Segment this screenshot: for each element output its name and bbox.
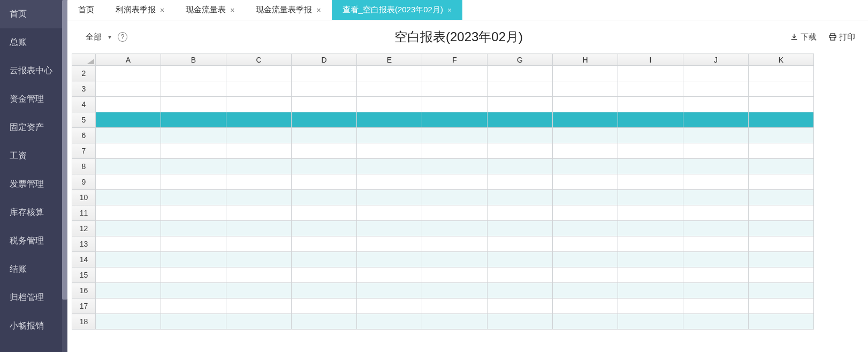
cell-I6[interactable] — [618, 128, 683, 143]
tab-1[interactable]: 利润表季报× — [105, 0, 175, 20]
cell-K9[interactable] — [749, 174, 814, 190]
cell-C6[interactable] — [226, 128, 292, 143]
cell-I8[interactable] — [618, 159, 683, 174]
cell-D16[interactable] — [292, 283, 357, 299]
cell-B6[interactable] — [161, 128, 226, 143]
tab-2[interactable]: 现金流量表× — [175, 0, 245, 20]
row-header-7[interactable]: 7 — [72, 143, 96, 159]
cell-C3[interactable] — [226, 81, 292, 97]
cell-J16[interactable] — [683, 283, 749, 299]
cell-I17[interactable] — [618, 299, 683, 314]
cell-E4[interactable] — [357, 97, 422, 112]
column-header-J[interactable]: J — [683, 54, 749, 66]
cell-H18[interactable] — [553, 314, 618, 330]
cell-G11[interactable] — [488, 205, 553, 221]
tab-4[interactable]: 查看_空白报表(2023年02月)× — [332, 0, 463, 20]
cell-F18[interactable] — [422, 314, 488, 330]
cell-F7[interactable] — [422, 143, 488, 159]
cell-H2[interactable] — [553, 66, 618, 81]
cell-A18[interactable] — [96, 314, 161, 330]
cell-B3[interactable] — [161, 81, 226, 97]
cell-F13[interactable] — [422, 236, 488, 252]
sidebar-item-8[interactable]: 税务管理 — [0, 227, 67, 255]
cell-A8[interactable] — [96, 159, 161, 174]
sidebar-item-4[interactable]: 固定资产 — [0, 113, 67, 142]
spreadsheet[interactable]: ABCDEFGHIJK23456789101112131415161718 — [67, 53, 868, 352]
cell-J10[interactable] — [683, 190, 749, 205]
cell-H4[interactable] — [553, 97, 618, 112]
cell-D2[interactable] — [292, 66, 357, 81]
cell-I12[interactable] — [618, 221, 683, 236]
column-header-C[interactable]: C — [226, 54, 292, 66]
cell-F4[interactable] — [422, 97, 488, 112]
cell-E10[interactable] — [357, 190, 422, 205]
cell-K18[interactable] — [749, 314, 814, 330]
cell-B12[interactable] — [161, 221, 226, 236]
cell-I2[interactable] — [618, 66, 683, 81]
row-header-5[interactable]: 5 — [72, 112, 96, 128]
cell-D4[interactable] — [292, 97, 357, 112]
cell-K3[interactable] — [749, 81, 814, 97]
cell-B17[interactable] — [161, 299, 226, 314]
cell-A7[interactable] — [96, 143, 161, 159]
cell-H12[interactable] — [553, 221, 618, 236]
cell-I14[interactable] — [618, 252, 683, 267]
column-header-E[interactable]: E — [357, 54, 422, 66]
cell-A12[interactable] — [96, 221, 161, 236]
cell-D7[interactable] — [292, 143, 357, 159]
cell-H16[interactable] — [553, 283, 618, 299]
sheet-corner[interactable] — [72, 54, 96, 66]
cell-H15[interactable] — [553, 267, 618, 283]
cell-G4[interactable] — [488, 97, 553, 112]
row-header-2[interactable]: 2 — [72, 66, 96, 81]
cell-E5[interactable] — [357, 112, 422, 128]
cell-D5[interactable] — [292, 112, 357, 128]
sidebar-scrollbar-track[interactable] — [62, 0, 67, 352]
tab-3[interactable]: 现金流量表季报× — [245, 0, 331, 20]
cell-F16[interactable] — [422, 283, 488, 299]
cell-J8[interactable] — [683, 159, 749, 174]
column-header-G[interactable]: G — [488, 54, 553, 66]
cell-C4[interactable] — [226, 97, 292, 112]
cell-C9[interactable] — [226, 174, 292, 190]
cell-G7[interactable] — [488, 143, 553, 159]
cell-I7[interactable] — [618, 143, 683, 159]
cell-J14[interactable] — [683, 252, 749, 267]
column-header-A[interactable]: A — [96, 54, 161, 66]
row-header-13[interactable]: 13 — [72, 236, 96, 252]
cell-F15[interactable] — [422, 267, 488, 283]
cell-F17[interactable] — [422, 299, 488, 314]
cell-J15[interactable] — [683, 267, 749, 283]
cell-K10[interactable] — [749, 190, 814, 205]
sidebar-item-10[interactable]: 归档管理 — [0, 284, 67, 312]
cell-A2[interactable] — [96, 66, 161, 81]
cell-K14[interactable] — [749, 252, 814, 267]
cell-I4[interactable] — [618, 97, 683, 112]
column-header-F[interactable]: F — [422, 54, 488, 66]
cell-A17[interactable] — [96, 299, 161, 314]
help-icon[interactable]: ? — [118, 32, 127, 42]
row-header-17[interactable]: 17 — [72, 299, 96, 314]
cell-F11[interactable] — [422, 205, 488, 221]
cell-H9[interactable] — [553, 174, 618, 190]
cell-J4[interactable] — [683, 97, 749, 112]
cell-J18[interactable] — [683, 314, 749, 330]
close-icon[interactable]: × — [230, 6, 234, 14]
cell-J17[interactable] — [683, 299, 749, 314]
cell-H7[interactable] — [553, 143, 618, 159]
sidebar-item-5[interactable]: 工资 — [0, 142, 67, 170]
cell-I16[interactable] — [618, 283, 683, 299]
cell-K2[interactable] — [749, 66, 814, 81]
cell-K4[interactable] — [749, 97, 814, 112]
print-button[interactable]: 打印 — [828, 32, 855, 42]
cell-B7[interactable] — [161, 143, 226, 159]
cell-H8[interactable] — [553, 159, 618, 174]
row-header-16[interactable]: 16 — [72, 283, 96, 299]
cell-B18[interactable] — [161, 314, 226, 330]
column-header-I[interactable]: I — [618, 54, 683, 66]
cell-G16[interactable] — [488, 283, 553, 299]
filter-dropdown[interactable]: 全部 ▾ ? — [86, 32, 127, 42]
cell-C7[interactable] — [226, 143, 292, 159]
cell-I11[interactable] — [618, 205, 683, 221]
cell-F6[interactable] — [422, 128, 488, 143]
